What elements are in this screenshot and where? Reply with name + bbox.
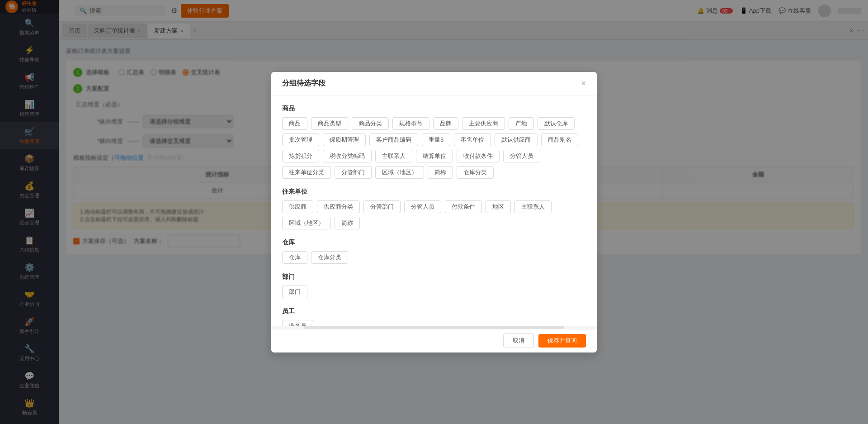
field-tag-contacts-4[interactable]: 付款条件	[445, 200, 482, 213]
field-tag-goods-14[interactable]: 商品别名	[541, 133, 578, 146]
field-tag-goods-2[interactable]: 商品分类	[352, 117, 389, 130]
field-tag-goods-22[interactable]: 分管部门	[335, 166, 372, 179]
field-tag-goods-1[interactable]: 商品类型	[311, 117, 348, 130]
field-tag-contacts-2[interactable]: 分管部门	[363, 200, 401, 213]
field-tag-contacts-8[interactable]: 简称	[335, 217, 360, 229]
section-goods: 商品商品商品类型商品分类规格型号品牌主要供应商产地默认仓库批次管理保质期管理客户…	[282, 105, 586, 179]
field-tag-contacts-7[interactable]: 区域（地区）	[282, 217, 331, 229]
section-warehouse: 仓库仓库仓库分类	[282, 238, 586, 264]
section-tags-goods: 商品商品类型商品分类规格型号品牌主要供应商产地默认仓库批次管理保质期管理客户商品…	[282, 117, 586, 179]
field-tag-goods-12[interactable]: 零售单位	[454, 133, 491, 146]
field-tag-contacts-0[interactable]: 供应商	[282, 200, 313, 213]
modal-header: 分组待选字段 ×	[271, 72, 597, 95]
section-contacts: 往来单位供应商供应商分类分管部门分管人员付款条件地区主联系人区域（地区）简称	[282, 188, 586, 229]
modal: 分组待选字段 × 商品商品商品类型商品分类规格型号品牌主要供应商产地默认仓库批次…	[271, 72, 597, 267]
field-tag-goods-23[interactable]: 区域（地区）	[375, 166, 424, 179]
section-tags-warehouse: 仓库仓库分类	[282, 251, 586, 264]
field-tag-goods-15[interactable]: 拣货积分	[282, 150, 319, 162]
field-tag-goods-24[interactable]: 简称	[428, 166, 453, 179]
section-title-warehouse: 仓库	[282, 238, 586, 247]
field-tag-goods-9[interactable]: 保质期管理	[323, 133, 366, 146]
field-tag-goods-3[interactable]: 规格型号	[392, 117, 429, 130]
field-tag-goods-18[interactable]: 结算单位	[416, 150, 453, 162]
field-tag-goods-11[interactable]: 重量3	[422, 133, 450, 146]
field-tag-goods-19[interactable]: 收付款条件	[457, 150, 500, 162]
field-tag-contacts-3[interactable]: 分管人员	[404, 200, 441, 213]
field-tag-warehouse-0[interactable]: 仓库	[282, 251, 307, 264]
field-tag-contacts-5[interactable]: 地区	[486, 200, 511, 213]
modal-overlay: 分组待选字段 × 商品商品商品类型商品分类规格型号品牌主要供应商产地默认仓库批次…	[0, 0, 868, 267]
field-tag-goods-13[interactable]: 默认供应商	[495, 133, 538, 146]
section-title-contacts: 往来单位	[282, 188, 586, 196]
field-tag-goods-21[interactable]: 往来单位分类	[282, 166, 331, 179]
field-tag-goods-25[interactable]: 仓库分类	[457, 166, 494, 179]
section-tags-contacts: 供应商供应商分类分管部门分管人员付款条件地区主联系人区域（地区）简称	[282, 200, 586, 229]
field-tag-contacts-1[interactable]: 供应商分类	[317, 200, 360, 213]
field-tag-goods-6[interactable]: 产地	[509, 117, 534, 130]
field-tag-goods-20[interactable]: 分管人员	[503, 150, 540, 162]
field-tag-goods-17[interactable]: 主联系人	[375, 150, 412, 162]
modal-close-btn[interactable]: ×	[581, 79, 586, 88]
field-tag-contacts-6[interactable]: 主联系人	[514, 200, 552, 213]
field-tag-goods-7[interactable]: 默认仓库	[538, 117, 575, 130]
field-tag-goods-0[interactable]: 商品	[282, 117, 307, 130]
modal-body[interactable]: 商品商品商品类型商品分类规格型号品牌主要供应商产地默认仓库批次管理保质期管理客户…	[271, 95, 597, 267]
field-tag-goods-8[interactable]: 批次管理	[282, 133, 319, 146]
modal-title: 分组待选字段	[282, 79, 326, 88]
field-tag-goods-10[interactable]: 客户商品编码	[369, 133, 418, 146]
field-tag-goods-5[interactable]: 主要供应商	[462, 117, 505, 130]
field-tag-goods-16[interactable]: 税收分类编码	[323, 150, 372, 162]
field-tag-goods-4[interactable]: 品牌	[433, 117, 458, 130]
field-tag-warehouse-1[interactable]: 仓库分类	[311, 251, 348, 264]
section-title-goods: 商品	[282, 105, 586, 113]
